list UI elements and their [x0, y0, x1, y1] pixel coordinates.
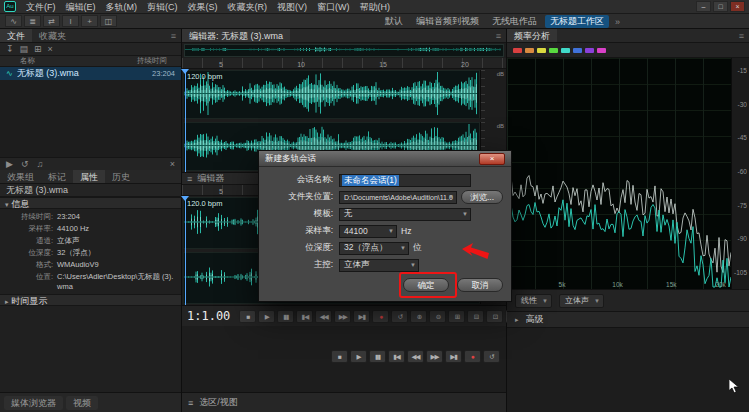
multitrack-view-button[interactable]: ≣	[24, 15, 41, 27]
panel-tab[interactable]: 标记	[41, 170, 73, 183]
panel-tab[interactable]: 历史	[105, 170, 137, 183]
info-section-header[interactable]: ▾信息	[0, 197, 181, 209]
stop-button[interactable]: ■	[331, 350, 348, 363]
dialog-close-button[interactable]: ×	[479, 153, 505, 165]
loop-playback-button[interactable]: ↺	[21, 159, 29, 169]
column-name[interactable]: 名称	[20, 56, 35, 66]
folder-location-select[interactable]: D:\Documents\Adobe\Audition\11.0▼	[339, 191, 457, 204]
scale-select[interactable]: 线性▼	[515, 294, 552, 308]
skip-to-end-button[interactable]: ▶▮	[445, 350, 462, 363]
skip-to-end-button[interactable]: ▶▮	[353, 310, 370, 323]
waveform-left-channel[interactable]	[183, 70, 480, 119]
record-button[interactable]: ●	[464, 350, 481, 363]
time-selection-tool[interactable]: I	[62, 15, 79, 27]
sample-rate-select[interactable]: 44100▼	[339, 225, 397, 238]
pause-button[interactable]: ▮▮	[277, 310, 294, 323]
file-list-item[interactable]: ∿ 无标题 (3).wma 23:204	[0, 67, 181, 80]
panel-menu-icon[interactable]: ≡	[187, 174, 192, 184]
frequency-analysis-tab[interactable]: 频率分析	[507, 29, 557, 42]
tempo-display[interactable]: 120.0 bpm	[187, 199, 222, 208]
time-ruler[interactable]: 5101520	[182, 58, 506, 69]
menu-item[interactable]: 效果(S)	[183, 0, 223, 14]
fast-forward-button[interactable]: ▶▶	[426, 350, 443, 363]
record-button[interactable]: ●	[372, 310, 389, 323]
loop-button[interactable]: ↺	[391, 310, 408, 323]
menu-item[interactable]: 收藏夹(R)	[223, 0, 273, 14]
zoom-out-button[interactable]: ⊖	[429, 310, 446, 323]
pause-button[interactable]: ▮▮	[369, 350, 386, 363]
stop-button[interactable]: ■	[239, 310, 256, 323]
open-in-editor-button[interactable]: ♫	[36, 159, 43, 169]
workspace-tab[interactable]: 默认	[380, 15, 408, 28]
new-file-button[interactable]: ▤	[20, 44, 29, 54]
workspace-tab[interactable]: 无标题工作区	[545, 15, 609, 28]
autoplay-button[interactable]: ▶	[6, 159, 13, 169]
close-file-button[interactable]: ×	[48, 44, 53, 54]
fast-forward-button[interactable]: ▶▶	[334, 310, 351, 323]
play-button[interactable]: ▶	[258, 310, 275, 323]
minimize-button[interactable]: –	[696, 1, 711, 12]
dialog-titlebar[interactable]: 新建多轨会话 ×	[259, 151, 511, 167]
insert-into-multitrack-button[interactable]: ⊞	[34, 44, 42, 54]
template-select[interactable]: 无▼	[339, 208, 471, 221]
time-display-section-header[interactable]: ▸时间显示	[0, 294, 181, 306]
bit-depth-select[interactable]: 32（浮点）▼	[339, 242, 409, 255]
rewind-button[interactable]: ◀◀	[407, 350, 424, 363]
panel-tab[interactable]: 视频	[66, 396, 98, 410]
db-tick-label: -105	[732, 269, 747, 276]
session-name-input[interactable]: 未命名会话(1)	[339, 174, 471, 187]
playhead[interactable]	[185, 196, 186, 305]
tempo-display[interactable]: 120.0 bpm	[187, 72, 222, 81]
editor-tab[interactable]: 编辑器: 无标题 (3).wma	[182, 29, 290, 42]
advanced-section-header[interactable]: ▸ 高级	[507, 311, 749, 328]
move-tool[interactable]: ⇄	[43, 15, 60, 27]
panel-menu-icon[interactable]: ≡	[166, 29, 181, 42]
file-list-empty-area[interactable]	[0, 80, 181, 157]
workspace-tab[interactable]: 无线电作品	[487, 15, 542, 28]
menu-item[interactable]: 视图(V)	[272, 0, 312, 14]
menu-item[interactable]: 剪辑(C)	[142, 0, 183, 14]
browse-button[interactable]: 浏览...	[461, 190, 503, 204]
rewind-button[interactable]: ◀◀	[315, 310, 332, 323]
loop-button[interactable]: ↺	[483, 350, 500, 363]
delete-file-button[interactable]: ×	[170, 159, 175, 169]
skip-to-start-button[interactable]: ▮◀	[296, 310, 313, 323]
import-file-button[interactable]: ↧	[6, 44, 14, 54]
waveform-view-button[interactable]: ∿	[5, 15, 22, 27]
zoom-in-button[interactable]: ⊕	[410, 310, 427, 323]
cancel-button[interactable]: 取消	[457, 278, 503, 292]
maximize-button[interactable]: □	[713, 1, 728, 12]
menu-item[interactable]: 编辑(E)	[61, 0, 101, 14]
workspace-overflow-icon[interactable]: »	[612, 17, 623, 27]
zoom-to-selection-button[interactable]: ⊡	[486, 310, 503, 323]
panel-tab[interactable]: 文件	[0, 29, 32, 42]
db-tick-label: -15	[732, 67, 747, 74]
panel-menu-icon[interactable]: ≡	[491, 29, 506, 42]
zoom-out-horizontal-button[interactable]: ⊟	[467, 310, 484, 323]
menu-item[interactable]: 窗口(W)	[312, 0, 355, 14]
zoom-in-horizontal-button[interactable]: ⊞	[448, 310, 465, 323]
menu-item[interactable]: 多轨(M)	[101, 0, 143, 14]
play-button[interactable]: ▶	[350, 350, 367, 363]
channel-select[interactable]: 立体声▼	[559, 294, 604, 308]
panel-menu-icon[interactable]: ≡	[734, 29, 749, 42]
workspace-tab[interactable]: 编辑音频到视频	[411, 15, 484, 28]
panel-menu-icon[interactable]: ≡	[188, 398, 193, 408]
overview-strip[interactable]	[184, 44, 504, 57]
panel-tab[interactable]: 属性	[73, 170, 105, 183]
window-close-button[interactable]: ×	[730, 1, 745, 12]
marquee-selection-tool[interactable]: +	[81, 15, 98, 27]
panel-tab[interactable]: 效果组	[0, 170, 41, 183]
skip-to-start-button[interactable]: ▮◀	[388, 350, 405, 363]
column-duration[interactable]: 持续时间	[137, 56, 167, 66]
spot-healing-tool[interactable]: ◫	[100, 15, 117, 27]
amplitude-ruler[interactable]: dB	[480, 70, 506, 119]
chevron-down-icon: ▼	[462, 211, 468, 217]
master-select[interactable]: 立体声▼	[339, 259, 419, 272]
panel-tab[interactable]: 收藏夹	[32, 29, 73, 42]
time-display[interactable]: 1:1.00	[187, 309, 230, 323]
playhead[interactable]	[185, 69, 186, 172]
panel-tab[interactable]: 媒体浏览器	[4, 396, 63, 410]
menu-item[interactable]: 文件(F)	[21, 0, 61, 14]
menu-item[interactable]: 帮助(H)	[355, 0, 396, 14]
